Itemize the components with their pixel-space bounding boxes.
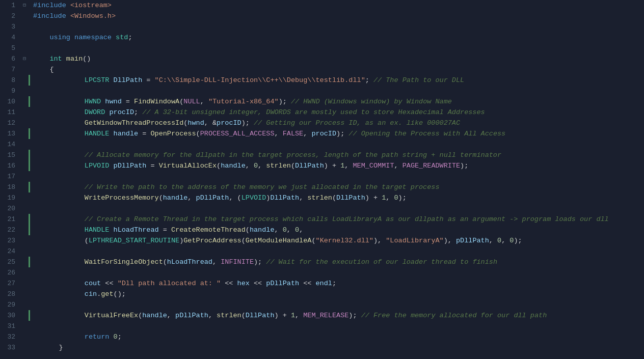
token: ); [242, 119, 254, 127]
table-row: 8 LPCSTR DllPath = "C:\\Simple-DLL-Injec… [0, 75, 644, 86]
highlight-bar [29, 150, 30, 160]
token: , [299, 194, 307, 202]
token [51, 98, 85, 105]
token [109, 162, 113, 170]
table-row: 2#include <Windows.h> [0, 11, 644, 21]
token [112, 34, 116, 41]
token: GetModuleHandleA [246, 237, 312, 244]
token: ) + [324, 162, 340, 170]
token: "Dll path allocated at: " [118, 280, 221, 287]
token: DllPath [270, 194, 299, 202]
token: ( [291, 162, 295, 170]
token: 0 [254, 162, 258, 170]
token [51, 215, 85, 223]
token: strlen [307, 194, 332, 202]
token [109, 76, 113, 84]
token: <Windows.h> [70, 12, 116, 20]
token [51, 290, 85, 298]
token: ( [242, 237, 246, 244]
highlight-bar [29, 128, 30, 139]
token [51, 183, 85, 191]
token: endl [316, 280, 332, 287]
line-number: 30 [0, 310, 20, 321]
token: DWORD [85, 108, 105, 116]
table-row: 11 DWORD procID; // A 32-bit unsigned in… [0, 107, 644, 118]
table-row: 4 using namespace std; [0, 32, 644, 43]
token: handle [142, 312, 167, 319]
table-row: 22 HANDLE hLoadThread = CreateRemoteThre… [0, 225, 644, 235]
token: handle [114, 130, 139, 137]
token: , [501, 237, 509, 244]
token [109, 333, 113, 341]
table-row: 26 [0, 267, 644, 278]
fold-icon[interactable]: ⊟ [23, 53, 26, 64]
token: PAGE_READWRITE [403, 162, 460, 170]
fold-gutter[interactable]: ⊟ [20, 53, 29, 64]
line-number: 7 [0, 64, 20, 75]
code-content: // Create a Remote Thread in the target … [49, 214, 644, 225]
code-content: GetWindowThreadProcessId(hwnd, &procID);… [49, 118, 644, 128]
token: int [49, 55, 62, 63]
token: hLoadThread [167, 258, 212, 266]
token: << [221, 280, 237, 287]
code-content: HWND hwnd = FindWindowA(NULL, "Tutorial-… [49, 96, 644, 107]
highlight-bar [29, 160, 30, 171]
token: ( [163, 258, 167, 266]
code-content: WaitForSingleObject(hLoadThread, INFINIT… [49, 257, 644, 267]
token: // Getting our Process ID, as an ex. lik… [254, 119, 460, 127]
token: ( [332, 194, 336, 202]
line-number: 24 [0, 246, 20, 257]
table-row: 1⊟#include <iostream> [0, 0, 644, 11]
token: INFINITE [221, 258, 254, 266]
token: , & [204, 119, 217, 127]
token: GetProcAddress [183, 237, 241, 244]
highlight-bar [29, 225, 30, 235]
token: NULL [183, 98, 200, 105]
token: WaitForSingleObject [85, 258, 163, 266]
token [51, 151, 85, 159]
highlight-bar [29, 257, 30, 267]
table-row: 31 [0, 321, 644, 332]
token: "Tutorial-x86_64" [208, 98, 279, 105]
token: procID [311, 130, 336, 137]
code-content: { [31, 64, 644, 75]
line-number: 19 [0, 192, 20, 203]
code-content: HANDLE handle = OpenProcess(PROCESS_ALL_… [49, 128, 644, 139]
token [109, 130, 113, 137]
token: pDllPath [114, 162, 147, 170]
token: LPCSTR [85, 76, 110, 84]
token: LPVOID [242, 194, 266, 202]
line-number: 17 [0, 171, 20, 182]
token: = [146, 162, 158, 170]
token [51, 119, 85, 127]
token [51, 130, 85, 137]
table-row: 12 GetWindowThreadProcessId(hwnd, &procI… [0, 118, 644, 128]
token: ), [373, 237, 386, 244]
fold-gutter[interactable]: ⊟ [20, 0, 29, 11]
token [33, 55, 49, 63]
token: get [101, 290, 113, 298]
token: , [386, 194, 394, 202]
line-number: 21 [0, 214, 20, 225]
token: hwnd [187, 119, 204, 127]
token: <iostream> [70, 2, 112, 9]
token: return [85, 333, 110, 341]
code-content: #include <Windows.h> [31, 11, 644, 21]
line-number: 1 [0, 0, 20, 11]
line-number: 26 [0, 267, 20, 278]
token: (); [114, 290, 126, 298]
line-number: 31 [0, 321, 20, 332]
highlight-bar [29, 182, 30, 192]
token [51, 280, 85, 287]
table-row: 17 [0, 171, 644, 182]
code-content: LPCSTR DllPath = "C:\\Simple-DLL-Injecti… [49, 75, 644, 86]
token: "Kernel32.dll" [316, 237, 373, 244]
line-number: 32 [0, 332, 20, 342]
code-content: WriteProcessMemory(handle, pDllPath, (LP… [49, 192, 644, 203]
token: ; [128, 34, 132, 41]
code-content: return 0; [49, 332, 644, 342]
table-row: 24 [0, 246, 644, 257]
token: // Wait for the execution of our loader … [266, 258, 497, 266]
fold-icon[interactable]: ⊟ [23, 0, 26, 11]
token: pDllPath [175, 312, 208, 319]
